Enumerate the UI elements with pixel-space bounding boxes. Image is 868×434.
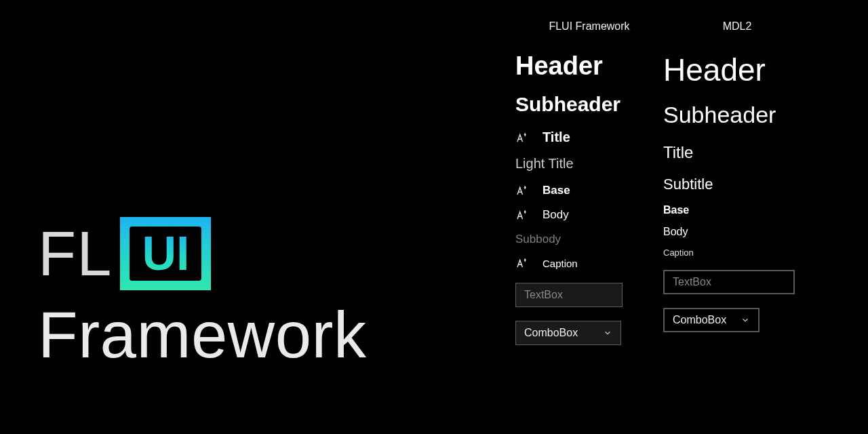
mdl2-base-sample: Base xyxy=(663,204,811,216)
flui-combobox[interactable]: ComboBox xyxy=(515,321,621,345)
mdl2-header-sample: Header xyxy=(663,52,811,88)
column-mdl2: MDL2 Header Subheader Title Subtitle Bas… xyxy=(663,20,811,434)
mdl2-caption-sample: Caption xyxy=(663,248,811,258)
flui-base-sample: Base xyxy=(542,184,570,197)
flui-body-sample: Body xyxy=(542,208,569,222)
mdl2-textbox[interactable] xyxy=(663,270,795,294)
mdl2-subheader-sample: Subheader xyxy=(663,102,811,128)
flui-combobox-label: ComboBox xyxy=(524,327,578,339)
font-icon xyxy=(515,132,528,144)
chevron-down-icon xyxy=(603,328,612,338)
flui-subbody-sample: Subbody xyxy=(515,233,663,246)
logo-subtitle: Framework xyxy=(38,302,367,368)
chevron-down-icon xyxy=(741,315,750,325)
flui-light-title-sample: Light Title xyxy=(515,156,663,172)
flui-caption-sample: Caption xyxy=(542,258,578,269)
font-icon xyxy=(515,257,528,269)
flui-textbox[interactable] xyxy=(515,283,623,307)
logo: FL UI Framework xyxy=(38,217,367,368)
mdl2-combobox-label: ComboBox xyxy=(673,314,726,326)
column-flui: FLUI Framework Header Subheader Title Li… xyxy=(515,20,663,434)
font-icon xyxy=(515,209,528,221)
mdl2-title-sample: Title xyxy=(663,143,811,162)
flui-title-sample: Title xyxy=(542,130,570,145)
logo-fl-text: FL xyxy=(38,222,112,285)
logo-ui-text: UI xyxy=(142,230,189,277)
mdl2-subtitle-sample: Subtitle xyxy=(663,176,811,193)
column-mdl2-heading: MDL2 xyxy=(663,20,811,33)
mdl2-body-sample: Body xyxy=(663,226,811,238)
flui-header-sample: Header xyxy=(515,52,663,81)
flui-subheader-sample: Subheader xyxy=(515,93,663,116)
mdl2-combobox[interactable]: ComboBox xyxy=(663,308,760,332)
column-flui-heading: FLUI Framework xyxy=(515,20,663,33)
font-icon xyxy=(515,184,528,197)
logo-ui-box: UI xyxy=(120,217,211,290)
